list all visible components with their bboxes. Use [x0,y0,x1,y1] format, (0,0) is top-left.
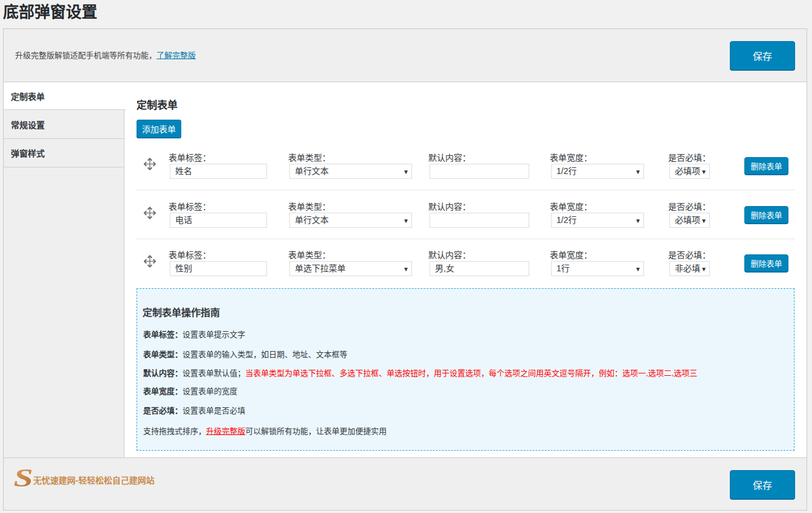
svg-text:S: S [13,468,33,489]
